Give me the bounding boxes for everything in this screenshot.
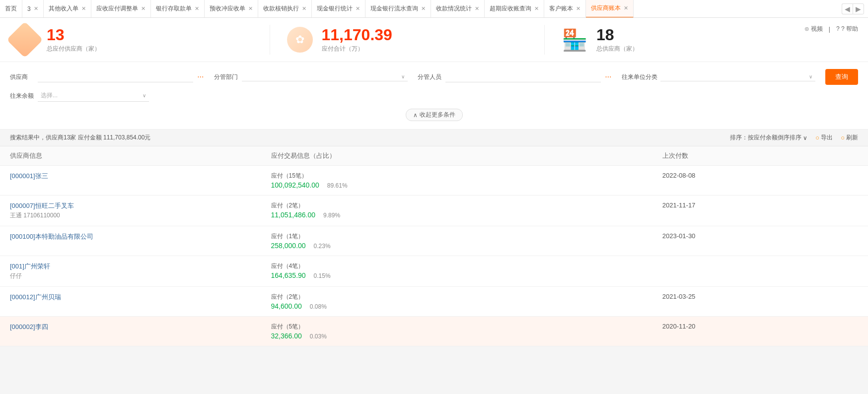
supplier-link[interactable]: [000100]本特勤油品有限公司 bbox=[10, 233, 93, 240]
refresh-button[interactable]: ○ 刷新 bbox=[841, 133, 858, 142]
table-header: 供应商信息 应付交易信息（占比） 上次付数 bbox=[0, 146, 868, 166]
balance-select[interactable]: 选择... ∨ bbox=[38, 90, 149, 102]
tab-label-income: 其他收入单 bbox=[49, 4, 78, 13]
balance-filter-label: 往来余额 bbox=[10, 92, 35, 100]
close-icon[interactable]: ✕ bbox=[141, 5, 145, 12]
supplier-column-header: 供应商信息 bbox=[10, 151, 271, 160]
close-icon[interactable]: ✕ bbox=[81, 5, 86, 12]
trans-percent: 0.15% bbox=[314, 272, 331, 279]
nav-tab-cashflow[interactable]: 现金银行流水查询 ✕ bbox=[365, 0, 431, 18]
supplier-link[interactable]: [000001]张三 bbox=[10, 172, 48, 180]
export-button[interactable]: ○ 导出 bbox=[815, 133, 833, 142]
sort-chevron-icon: ∨ bbox=[803, 134, 807, 141]
close-icon[interactable]: ✕ bbox=[248, 5, 253, 12]
close-icon[interactable]: ✕ bbox=[302, 5, 306, 12]
lastpay-cell: 2021-11-17 bbox=[662, 201, 858, 209]
close-icon[interactable]: ✕ bbox=[34, 5, 38, 12]
nav-tab-prereceive[interactable]: 预收冲应收单 ✕ bbox=[205, 0, 258, 18]
nav-tab-3[interactable]: 3 ✕ bbox=[22, 0, 44, 18]
close-icon[interactable]: ✕ bbox=[421, 5, 426, 12]
tab-label-bank: 银行存取款单 bbox=[156, 4, 192, 13]
payable-total-label: 应付合计（万） bbox=[322, 45, 392, 53]
trans-amount[interactable]: 94,600.00 bbox=[271, 302, 302, 310]
nav-tab-overdue[interactable]: 超期应收账查询 ✕ bbox=[485, 0, 544, 18]
supplier-link[interactable]: [000007]恒旺二手叉车 bbox=[10, 202, 74, 209]
nav-tab-income[interactable]: 其他收入单 ✕ bbox=[44, 0, 91, 18]
nav-prev-button[interactable]: ◀ bbox=[842, 3, 853, 14]
nav-tab-bank[interactable]: 银行存取款单 ✕ bbox=[151, 0, 205, 18]
table-body: [000001]张三 应付（15笔） 100,092,540.00 89.61%… bbox=[0, 166, 868, 346]
table-row: [000001]张三 应付（15笔） 100,092,540.00 89.61%… bbox=[0, 166, 868, 196]
lastpay-cell: 2020-11-20 bbox=[662, 323, 858, 330]
close-icon[interactable]: ✕ bbox=[624, 5, 628, 11]
separator: | bbox=[829, 26, 830, 33]
nav-tab-adjust[interactable]: 应收应付调整单 ✕ bbox=[91, 0, 151, 18]
query-button[interactable]: 查询 bbox=[825, 69, 858, 85]
supplier-link[interactable]: [000012]广州贝瑞 bbox=[10, 293, 61, 301]
nav-tab-cashstat[interactable]: 现金银行统计 ✕ bbox=[312, 0, 365, 18]
trans-info: 应付（4笔） 164,635.90 0.15% bbox=[271, 262, 662, 279]
sort-button[interactable]: 排序：按应付余额倒序排序 ∨ bbox=[730, 133, 807, 142]
tab-label-supplierbook: 供应商账本 bbox=[591, 4, 621, 12]
supplier-cell: [000007]恒旺二手叉车 王通 17106110000 bbox=[10, 201, 271, 220]
table-row: [000100]本特勤油品有限公司 应付（1笔） 258,000.00 0.23… bbox=[0, 226, 868, 256]
export-icon: ○ bbox=[815, 134, 819, 141]
supplier-cell: [000002]李四 bbox=[10, 323, 271, 331]
trans-amount[interactable]: 32,366.00 bbox=[271, 332, 302, 340]
results-bar: 搜索结果中，供应商13家 应付金额 111,703,854.00元 排序：按应付… bbox=[0, 130, 868, 146]
supplier-cell: [001]广州荣轩 仔仔 bbox=[10, 262, 271, 280]
balance-chevron-icon: ∨ bbox=[143, 93, 146, 98]
collapse-button[interactable]: ∧ 收起更多条件 bbox=[406, 109, 463, 121]
supplier-link[interactable]: [001]广州荣轩 bbox=[10, 263, 50, 270]
transaction-cell: 应付（4笔） 164,635.90 0.15% bbox=[271, 262, 662, 279]
tab-label-receivestat: 收款情况统计 bbox=[436, 4, 472, 13]
shop-icon: 🏪 bbox=[560, 25, 589, 55]
supplier-dots-button[interactable]: ··· bbox=[197, 72, 204, 81]
close-icon[interactable]: ✕ bbox=[356, 5, 360, 12]
supplier-sub: 仔仔 bbox=[10, 272, 271, 280]
trans-amount[interactable]: 258,000.00 bbox=[271, 242, 306, 250]
export-label: 导出 bbox=[821, 133, 833, 142]
trans-percent: 89.61% bbox=[327, 182, 348, 189]
filter-row-1: 供应商 ··· 分管部门 ∨ 分管人员 ··· 往来单位分类 ∨ 查询 bbox=[10, 69, 858, 85]
tab-label-verify: 收款核销执行 bbox=[263, 4, 299, 13]
divider-1 bbox=[270, 25, 270, 55]
supplier-link[interactable]: [000002]李四 bbox=[10, 323, 48, 330]
close-icon[interactable]: ✕ bbox=[576, 5, 580, 12]
help-link[interactable]: ? ? 帮助 bbox=[836, 25, 858, 33]
video-link[interactable]: ⊙ 视频 bbox=[804, 25, 823, 33]
person-dots-button[interactable]: ··· bbox=[605, 72, 611, 81]
close-icon[interactable]: ✕ bbox=[475, 5, 479, 12]
trans-amount[interactable]: 100,092,540.00 bbox=[271, 181, 319, 189]
total-suppliers-value: 18 bbox=[596, 27, 638, 43]
nav-tab-supplierbook[interactable]: 供应商账本 ✕ bbox=[586, 0, 634, 18]
refresh-label: 刷新 bbox=[846, 133, 858, 142]
refresh-icon: ○ bbox=[841, 134, 845, 141]
dept-select[interactable]: ∨ bbox=[242, 72, 408, 81]
divider-2 bbox=[544, 25, 545, 55]
last-pay-date: 2022-08-08 bbox=[662, 172, 858, 179]
lastpay-column-header: 上次付数 bbox=[662, 151, 858, 160]
category-select[interactable]: ∨ bbox=[660, 72, 816, 81]
last-pay-date: 2021-11-17 bbox=[662, 201, 858, 209]
supplier-cell: [000100]本特勤油品有限公司 bbox=[10, 232, 271, 241]
nav-next-button[interactable]: ▶ bbox=[853, 3, 864, 14]
close-icon[interactable]: ✕ bbox=[534, 5, 539, 12]
tab-label-overdue: 超期应收账查询 bbox=[490, 4, 531, 13]
nav-arrows: ◀ ▶ bbox=[838, 3, 868, 14]
nav-tab-receivestat[interactable]: 收款情况统计 ✕ bbox=[431, 0, 485, 18]
collapse-up-icon: ∧ bbox=[413, 112, 418, 119]
nav-tab-verify[interactable]: 收款核销执行 ✕ bbox=[258, 0, 312, 18]
close-icon[interactable]: ✕ bbox=[195, 5, 199, 12]
person-input[interactable] bbox=[445, 72, 601, 82]
nav-tab-home[interactable]: 首页 bbox=[0, 0, 22, 18]
nav-tab-custbook[interactable]: 客户账本 ✕ bbox=[544, 0, 586, 18]
total-suppliers-label: 总供应商（家） bbox=[596, 45, 638, 53]
trans-amount[interactable]: 11,051,486.00 bbox=[271, 211, 316, 219]
last-pay-date: 2023-01-30 bbox=[662, 232, 858, 240]
trans-amount[interactable]: 164,635.90 bbox=[271, 271, 306, 279]
tab-label-prereceive: 预收冲应收单 bbox=[210, 4, 245, 13]
trans-label: 应付（1笔） bbox=[271, 232, 662, 241]
supplier-input[interactable] bbox=[38, 72, 193, 82]
filter-dept: 分管部门 ∨ bbox=[214, 72, 408, 81]
